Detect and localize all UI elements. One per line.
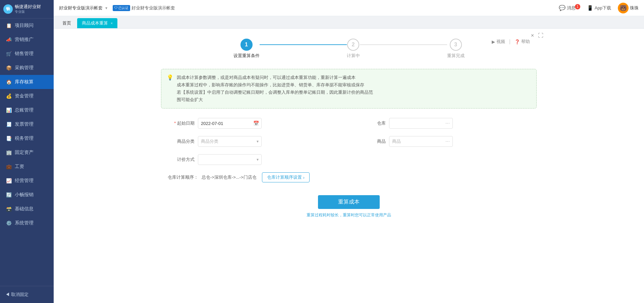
- app-download-button[interactable]: 📱 App下载: [587, 5, 611, 11]
- pricing-select[interactable]: ▾: [198, 154, 262, 165]
- sidebar-item-project[interactable]: 📋项目顾问: [0, 18, 54, 33]
- sidebar-item-system[interactable]: ⚙️系统管理: [0, 216, 54, 230]
- category-placeholder: 商品分类: [201, 138, 218, 144]
- sidebar-item-expense[interactable]: 🔄小畅报销: [0, 188, 54, 202]
- start-date-input-wrapper: 📅: [198, 118, 262, 129]
- video-link[interactable]: ▶ 视频: [492, 39, 505, 45]
- category-group: 商品分类 商品分类 ▾: [168, 136, 339, 147]
- sidebar-item-tax[interactable]: 📑税务管理: [0, 131, 54, 145]
- message-icon: 💬: [559, 5, 566, 11]
- sidebar-item-invoice[interactable]: 🧾发票管理: [0, 117, 54, 131]
- step-1: 1 设置重算条件: [233, 39, 260, 59]
- category-label: 商品分类: [168, 138, 195, 144]
- sidebar-logo: 畅 畅捷通好业财 专业版: [0, 0, 54, 18]
- category-select[interactable]: 商品分类 ▾: [198, 136, 262, 147]
- sidebar-item-salary[interactable]: 💼工资: [0, 160, 54, 174]
- sidebar-item-assets[interactable]: 🏢固定资产: [0, 145, 54, 160]
- question-icon: ❓: [515, 39, 520, 44]
- verified-section: 🛡 已认证 好业财专业版演示帐套: [113, 5, 175, 11]
- marketing-icon: 📣: [5, 36, 12, 43]
- sidebar-item-finance[interactable]: 💰资金管理: [0, 89, 54, 103]
- warehouse-order-value: 总仓->深圳仓库->...->门店仓: [202, 174, 257, 180]
- warehouse-select[interactable]: ···: [389, 118, 453, 129]
- pricing-dropdown-icon[interactable]: ▾: [257, 157, 259, 162]
- unpin-button[interactable]: ◀ 取消固定: [0, 289, 54, 300]
- sidebar-item-label: 资金管理: [15, 93, 34, 99]
- start-date-group: 起始日期 📅: [168, 118, 339, 129]
- step-line-1: [260, 44, 347, 45]
- form-row-3: 计价方式 ▾: [168, 154, 530, 165]
- account-selector[interactable]: 好业财专业版演示帐套 ▾: [59, 5, 107, 11]
- expand-button[interactable]: ⛶: [538, 33, 543, 39]
- sidebar-item-label: 项目顾问: [15, 23, 34, 29]
- sidebar-item-label: 库存核算: [15, 79, 34, 85]
- avatar: 🐻: [618, 3, 629, 13]
- chevron-right-icon: ›: [303, 175, 305, 180]
- step-2: 2 计算中: [347, 39, 360, 59]
- sidebar-item-label: 销售管理: [15, 51, 34, 57]
- sidebar-item-label: 经营管理: [15, 178, 34, 184]
- category-dropdown-icon[interactable]: ▾: [257, 139, 259, 144]
- product-dots-icon[interactable]: ···: [445, 138, 450, 144]
- pricing-group: 计价方式 ▾: [168, 154, 530, 165]
- user-avatar-section[interactable]: 🐻 珠珠: [618, 3, 639, 13]
- operation-icon: 📈: [5, 177, 12, 184]
- sidebar-item-marketing[interactable]: 📣营销推广: [0, 33, 54, 47]
- help-links: ▶ 视频 | ❓ 帮助: [492, 39, 530, 45]
- content-area: × ⛶ ▶ 视频 | ❓ 帮助 1 设置重算条件: [54, 29, 644, 303]
- sidebar-item-purchase[interactable]: 📦采购管理: [0, 61, 54, 75]
- step-label-1: 设置重算条件: [233, 53, 260, 59]
- accounting-icon: 📊: [5, 107, 12, 114]
- form-section: 起始日期 📅 仓库 ···: [161, 118, 537, 182]
- product-group: 商品 商品 ···: [359, 136, 530, 147]
- sidebar-item-accounting[interactable]: 📊总账管理: [0, 103, 54, 117]
- sidebar-item-label: 采购管理: [15, 65, 34, 71]
- sidebar-item-operation[interactable]: 📈经营管理: [0, 174, 54, 188]
- info-text: 因成本计算参数调整，或是对商品成本有疑问时，可以通过成本重算功能，重新计算一遍成…: [177, 74, 373, 103]
- product-label: 商品: [359, 138, 386, 144]
- account-name: 好业财专业版演示帐套: [59, 5, 103, 11]
- topbar-right: 💬 消息 1 📱 App下载 🐻 珠珠: [559, 3, 639, 13]
- message-button[interactable]: 💬 消息 1: [559, 5, 580, 11]
- assets-icon: 🏢: [5, 149, 12, 156]
- system-icon: ⚙️: [5, 220, 12, 226]
- inventory-icon: 🏠: [5, 79, 12, 85]
- start-date-label: 起始日期: [168, 120, 195, 126]
- tab-home[interactable]: 首页: [58, 18, 76, 28]
- help-link[interactable]: ❓ 帮助: [515, 39, 530, 45]
- content-inner: × ⛶ ▶ 视频 | ❓ 帮助 1 设置重算条件: [148, 29, 550, 230]
- tab-close-icon[interactable]: ×: [111, 21, 113, 25]
- warehouse-label: 仓库: [359, 120, 386, 126]
- verified-badge: 🛡 已认证: [113, 5, 130, 11]
- notification-badge: 1: [575, 4, 580, 9]
- sidebar-nav: 📋项目顾问📣营销推广🛒销售管理📦采购管理🏠库存核算💰资金管理📊总账管理🧾发票管理…: [0, 18, 54, 286]
- sidebar-item-basic[interactable]: 🗃️基础信息: [0, 202, 54, 216]
- sidebar-item-inventory[interactable]: 🏠库存核算: [0, 75, 54, 89]
- play-icon: ▶: [492, 39, 495, 44]
- finance-icon: 💰: [5, 93, 12, 99]
- calendar-icon[interactable]: 📅: [253, 121, 259, 126]
- warehouse-order-row: 仓库计算顺序： 总仓->深圳仓库->...->门店仓 仓库计算顺序设置 ›: [168, 172, 530, 182]
- logo-text: 畅捷通好业财 专业版: [15, 4, 41, 14]
- warehouse-order-settings-button[interactable]: 仓库计算顺序设置 ›: [262, 172, 310, 182]
- sidebar-item-label: 基础信息: [15, 206, 34, 212]
- product-placeholder: 商品: [392, 138, 401, 144]
- main-area: 好业财专业版演示帐套 ▾ 🛡 已认证 好业财专业版演示帐套 💬 消息 1 📱 A…: [54, 0, 644, 303]
- warehouse-dots-icon[interactable]: ···: [445, 120, 450, 126]
- tabbar: 首页 商品成本重算 ×: [54, 16, 644, 29]
- product-select[interactable]: 商品 ···: [389, 136, 453, 147]
- step-circle-2: 2: [347, 39, 359, 51]
- stepper: 1 设置重算条件 2 计算中 3 重算完成: [161, 39, 537, 59]
- corner-buttons: × ⛶: [531, 33, 543, 39]
- account-dropdown-icon[interactable]: ▾: [105, 6, 107, 10]
- sidebar-item-label: 小畅报销: [15, 192, 34, 198]
- close-button[interactable]: ×: [531, 33, 534, 39]
- recalc-button[interactable]: 重算成本: [318, 195, 380, 209]
- tab-recalc[interactable]: 商品成本重算 ×: [77, 18, 117, 28]
- sidebar-item-label: 工资: [15, 164, 24, 170]
- invoice-icon: 🧾: [5, 121, 12, 128]
- sidebar-item-sales[interactable]: 🛒销售管理: [0, 47, 54, 61]
- sidebar-bottom: ◀ 取消固定: [0, 286, 54, 303]
- start-date-input[interactable]: [198, 118, 262, 129]
- topbar: 好业财专业版演示帐套 ▾ 🛡 已认证 好业财专业版演示帐套 💬 消息 1 📱 A…: [54, 0, 644, 16]
